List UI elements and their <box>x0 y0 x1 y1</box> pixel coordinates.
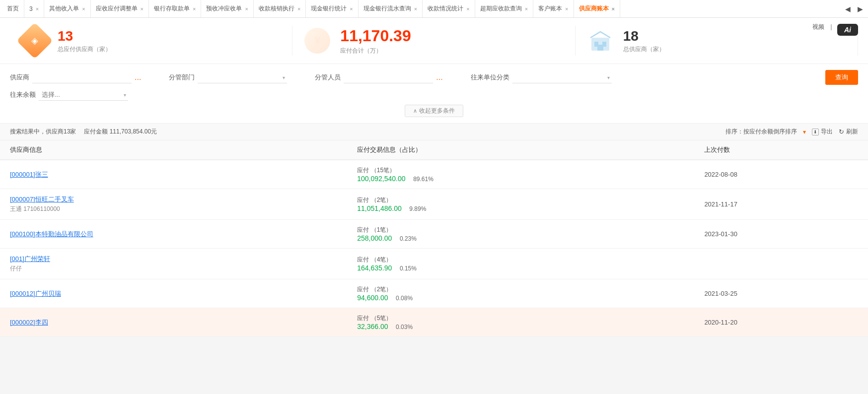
nav-tab-home[interactable]: 首页 <box>2 0 24 17</box>
close-icon[interactable]: × <box>245 6 248 12</box>
filter-dept: 分管部门 ▾ <box>169 71 287 83</box>
refresh-icon: ↻ <box>839 128 844 135</box>
nav-tab-bank-deposit[interactable]: 银行存取款单 × <box>149 0 201 17</box>
query-button[interactable]: 查询 <box>825 70 858 85</box>
percent-1: 89.61% <box>413 176 434 183</box>
total-icon: ¥ <box>302 26 332 56</box>
supplier-link-5[interactable]: [000012]广州贝瑞 <box>10 289 337 298</box>
nav-tab-receipt-exec[interactable]: 收款核销执行 × <box>254 0 306 17</box>
close-icon[interactable]: × <box>525 6 528 12</box>
nav-right-arrow[interactable]: ▶ <box>855 5 866 13</box>
close-icon[interactable]: × <box>141 6 144 12</box>
last-payment-4 <box>694 249 868 279</box>
amount-2: 11,051,486.00 <box>357 204 402 212</box>
sort-dropdown-icon[interactable]: ▾ <box>803 129 806 135</box>
stat-content-1: 13 总应付供应商（家） <box>58 28 111 54</box>
supplier-link-4[interactable]: [001]广州荣轩 <box>10 255 337 263</box>
supplier-sub-2: 王通 17106110000 <box>10 205 337 213</box>
percent-5: 0.08% <box>396 295 413 302</box>
supplier-link-3[interactable]: [000100]本特勤油品有限公司 <box>10 230 337 239</box>
tx-count-2: （2笔） <box>371 197 392 203</box>
supplier-link-2[interactable]: [000007]恒旺二手叉车 <box>10 195 337 204</box>
balance-dropdown-icon[interactable]: ▾ <box>124 92 126 98</box>
tx-cell-3: 应付 （1笔） 258,000.00 0.23% <box>347 220 694 249</box>
percent-6: 0.03% <box>396 324 413 330</box>
filter-row-2: 往来余额 ▾ <box>10 89 858 101</box>
col-tx-info: 应付交易信息（占比） <box>347 140 694 160</box>
supplier-link-6[interactable]: [000002]李四 <box>10 318 337 327</box>
amount-5: 94,600.00 <box>357 294 388 302</box>
nav-tab-other-income[interactable]: 其他收入单 × <box>44 0 90 17</box>
video-link[interactable]: 视频 <box>812 23 824 31</box>
nav-tab-cash-bank-stat[interactable]: 现金银行统计 × <box>306 0 358 17</box>
date-5: 2021-03-25 <box>704 290 737 297</box>
close-icon[interactable]: × <box>193 6 196 12</box>
tx-cell-2: 应付 （2笔） 11,051,486.00 9.89% <box>347 189 694 220</box>
tx-cell-5: 应付 （2笔） 94,600.00 0.08% <box>347 279 694 308</box>
supplier-cell-3: [000100]本特勤油品有限公司 <box>0 220 347 249</box>
nav-tab-prepay[interactable]: 预收冲应收单 × <box>201 0 253 17</box>
payable-icon: ◈ <box>20 26 50 56</box>
date-1: 2022-08-08 <box>704 171 737 178</box>
filter-area: 供应商 ... 分管部门 ▾ 分管人员 ... 往来单位分类 ▾ <box>0 64 868 124</box>
stat-number-3: 18 <box>623 28 665 45</box>
tx-cell-6: 应付 （5笔） 32,366.00 0.03% <box>347 308 694 337</box>
stat-content-2: 11,170.39 应付合计（万） <box>340 26 411 55</box>
person-input[interactable] <box>344 71 433 83</box>
money-icon: ¥ <box>315 35 320 47</box>
nav-tab-adjustment[interactable]: 应收应付调整单 × <box>91 0 149 17</box>
last-payment-6: 2020-11-20 <box>694 308 868 337</box>
ai-button[interactable]: Ai <box>837 24 858 36</box>
dept-input[interactable] <box>198 71 287 83</box>
stat-block-payable-suppliers: ◈ 13 总应付供应商（家） <box>10 26 292 56</box>
category-input[interactable] <box>512 71 612 83</box>
close-icon[interactable]: × <box>414 6 417 12</box>
nav-tab-receipt-stat[interactable]: 收款情况统计 × <box>423 0 475 17</box>
dept-label: 分管部门 <box>169 73 195 82</box>
table-row: [000002]李四 应付 （5笔） 32,366.00 0.03% 2020-… <box>0 308 868 337</box>
close-icon[interactable]: × <box>350 6 353 12</box>
close-icon[interactable]: × <box>466 6 469 12</box>
diamond-icon: ◈ <box>31 35 38 46</box>
balance-input[interactable] <box>39 89 128 101</box>
close-icon[interactable]: × <box>297 6 300 12</box>
result-amount-text: 应付金额 111,703,854.00元 <box>84 128 157 136</box>
supplier-input[interactable] <box>32 71 132 83</box>
person-dots[interactable]: ... <box>436 73 442 82</box>
stat-label-2: 应付合计（万） <box>340 47 411 55</box>
nav-tab-overdue-query[interactable]: 超期应收款查询 × <box>475 0 533 17</box>
tx-count-1: （15笔） <box>371 167 395 174</box>
header-actions: 视频 ｜ ? 帮助 Ai <box>812 23 858 31</box>
supplier-label: 供应商 <box>10 73 29 82</box>
close-icon[interactable]: × <box>612 6 615 12</box>
filter-balance: 往来余额 ▾ <box>10 89 128 101</box>
category-label: 往来单位分类 <box>471 73 509 82</box>
result-bar: 搜索结果中，供应商13家 应付金额 111,703,854.00元 排序：按应付… <box>0 124 868 140</box>
supplier-cell-4: [001]广州荣轩 仔仔 <box>0 249 347 279</box>
nav-tab-cash-bank-query[interactable]: 现金银行流水查询 × <box>359 0 423 17</box>
close-icon[interactable]: × <box>82 6 85 12</box>
close-icon[interactable]: × <box>565 6 568 12</box>
stat-number-2: 11,170.39 <box>340 26 411 45</box>
refresh-button[interactable]: ↻ 刷新 <box>839 128 858 136</box>
balance-label: 往来余额 <box>10 90 36 99</box>
nav-tab-supplier-ledger[interactable]: 供应商账本 × <box>574 0 620 17</box>
supplier-dots[interactable]: ... <box>135 73 141 82</box>
export-button[interactable]: ⬇ 导出 <box>812 128 833 136</box>
percent-3: 0.23% <box>400 235 417 242</box>
nav-tab-customer-ledger[interactable]: 客户账本 × <box>533 0 574 17</box>
supplier-link-1[interactable]: [000001]张三 <box>10 170 337 179</box>
tx-label-5: 应付 <box>357 286 369 293</box>
collapse-button[interactable]: ∧ 收起更多条件 <box>405 105 463 117</box>
search-result-text: 搜索结果中，供应商13家 <box>10 128 76 136</box>
nav-tab-3[interactable]: 3 × <box>24 0 44 17</box>
col-last-payment: 上次付数 <box>694 140 868 160</box>
nav-left-arrow[interactable]: ◀ <box>842 5 854 13</box>
amount-6: 32,366.00 <box>357 323 388 330</box>
close-icon[interactable]: × <box>36 6 39 12</box>
last-payment-5: 2021-03-25 <box>694 279 868 308</box>
amount-1: 100,092,540.00 <box>357 175 405 183</box>
category-dropdown-icon[interactable]: ▾ <box>607 75 610 80</box>
dept-dropdown-icon[interactable]: ▾ <box>283 75 285 80</box>
stat-label-3: 总供应商（家） <box>623 45 665 54</box>
